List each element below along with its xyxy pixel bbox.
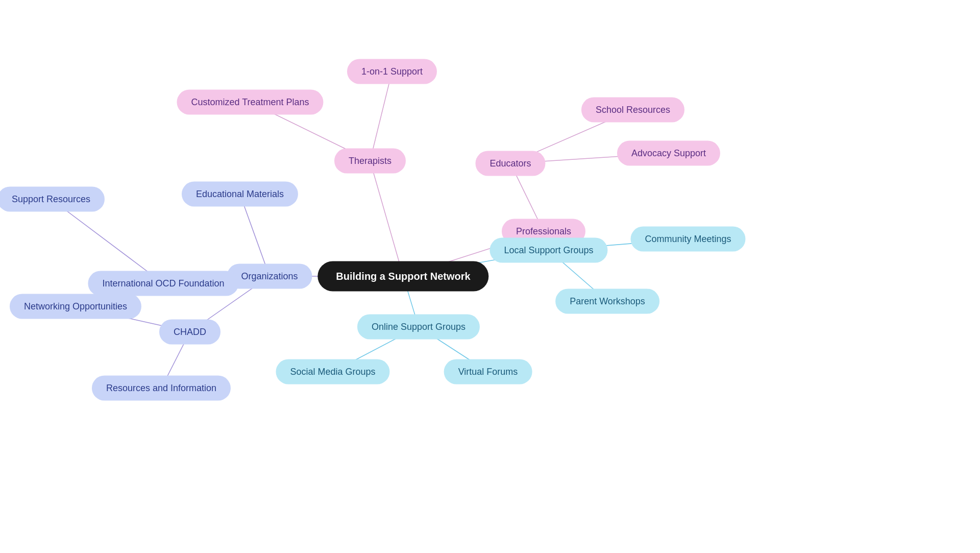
- center-node: Building a Support Network: [317, 261, 488, 292]
- intl-ocd-node[interactable]: International OCD Foundation: [88, 271, 238, 296]
- advocacy-support-node[interactable]: Advocacy Support: [617, 141, 720, 166]
- customized-treatment-node[interactable]: Customized Treatment Plans: [177, 90, 323, 115]
- virtual-forums-node[interactable]: Virtual Forums: [444, 359, 532, 384]
- local-support-groups-node[interactable]: Local Support Groups: [489, 238, 607, 263]
- community-meetings-node[interactable]: Community Meetings: [630, 227, 745, 252]
- educators-node[interactable]: Educators: [475, 151, 545, 176]
- educational-materials-node[interactable]: Educational Materials: [182, 182, 298, 207]
- support-resources-node[interactable]: Support Resources: [0, 187, 105, 212]
- therapists-node[interactable]: Therapists: [334, 149, 406, 174]
- organizations-node[interactable]: Organizations: [227, 264, 312, 289]
- resources-info-node[interactable]: Resources and Information: [92, 376, 231, 401]
- parent-workshops-node[interactable]: Parent Workshops: [555, 289, 659, 314]
- one-on-one-node[interactable]: 1-on-1 Support: [347, 59, 437, 84]
- online-support-groups-node[interactable]: Online Support Groups: [357, 315, 480, 340]
- social-media-groups-node[interactable]: Social Media Groups: [276, 359, 389, 384]
- chadd-node[interactable]: CHADD: [159, 320, 220, 345]
- svg-line-0: [370, 161, 403, 276]
- school-resources-node[interactable]: School Resources: [581, 98, 684, 123]
- networking-opportunities-node[interactable]: Networking Opportunities: [10, 294, 141, 319]
- svg-line-1: [370, 71, 392, 161]
